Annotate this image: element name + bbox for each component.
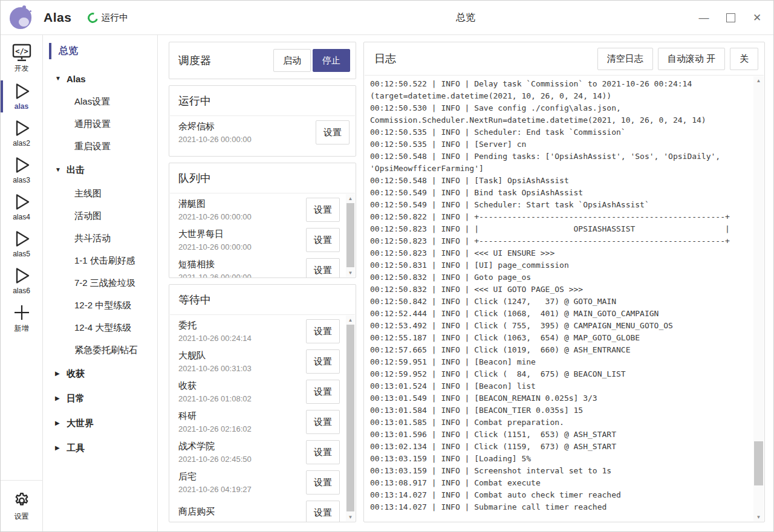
sidebar-instance-item[interactable]: alas4 xyxy=(1,188,42,225)
task-setting-button[interactable]: 设置 xyxy=(306,258,340,277)
sidebar-item-settings[interactable]: 设置 xyxy=(1,487,42,525)
instance-label: 开发 xyxy=(15,63,29,74)
menu-item[interactable]: 通用设置 xyxy=(43,113,157,135)
scroll-up-icon[interactable]: ▲ xyxy=(346,316,355,324)
scroll-down-icon[interactable]: ▼ xyxy=(753,513,764,521)
scroll-down-icon[interactable]: ▼ xyxy=(346,268,355,277)
sidebar-instance-item[interactable]: alas xyxy=(1,77,42,114)
task-name: 收获 xyxy=(178,380,252,392)
scroll-up-icon[interactable]: ▲ xyxy=(346,194,355,203)
task-setting-button[interactable]: 设置 xyxy=(316,120,350,144)
menu-item[interactable]: 12-2 中型练级 xyxy=(43,294,157,317)
task-setting-button[interactable]: 设置 xyxy=(306,470,340,495)
log-line: 00:12:50.522 | INFO | Delay task `Commis… xyxy=(370,78,751,90)
autoscroll-off-button[interactable]: 关 xyxy=(730,48,758,70)
menu-sub-list: 主线图活动图共斗活动1-1 伏击刷好感7-2 三战捡垃圾12-2 中型练级12-… xyxy=(43,183,157,362)
menu-group-header[interactable]: ▼ 出击 xyxy=(43,158,157,183)
task-time: 2021-10-26 01:08:02 xyxy=(178,394,252,403)
instance-list: </> 开发 alas alas2 alas3 alas4 xyxy=(1,39,42,337)
task-time: 2021-10-26 00:24:14 xyxy=(178,334,252,343)
task-time: 2021-10-26 00:00:00 xyxy=(178,273,252,277)
menu-item-overview[interactable]: 总览 xyxy=(43,41,157,61)
log-line: 00:13:02.134 | INFO | Click (1159, 673) … xyxy=(370,441,751,453)
instance-label: alas5 xyxy=(13,250,30,258)
task-row: 潜艇图 2021-10-26 00:00:00 设置 xyxy=(169,195,346,225)
log-line: 00:12:59.951 | INFO | [Beacon] mine xyxy=(370,356,751,368)
log-header: 日志 清空日志 自动滚动 开 关 xyxy=(364,42,764,75)
menu-item[interactable]: 重启设置 xyxy=(43,135,157,158)
sidebar-instance-item[interactable]: 新增 xyxy=(1,299,42,337)
task-setting-button[interactable]: 设置 xyxy=(306,198,340,222)
clear-log-button[interactable]: 清空日志 xyxy=(597,48,653,70)
task-time: 2021-10-26 00:00:00 xyxy=(178,135,252,144)
task-setting-button[interactable]: 设置 xyxy=(306,440,340,464)
autoscroll-on-button[interactable]: 自动滚动 开 xyxy=(658,48,725,70)
task-name: 短猫相接 xyxy=(178,259,252,270)
scheduler-title: 调度器 xyxy=(178,53,211,68)
task-setting-button[interactable]: 设置 xyxy=(306,380,340,404)
task-setting-button[interactable]: 设置 xyxy=(306,319,340,343)
minimize-button[interactable]: — xyxy=(694,8,714,28)
task-setting-button[interactable]: 设置 xyxy=(306,501,340,522)
sidebar-instance-item[interactable]: </> 开发 xyxy=(1,39,42,77)
log-line: 00:13:14.027 | INFO | Submarine call tim… xyxy=(370,501,751,513)
log-line: 00:12:50.535 | INFO | Scheduler: End tas… xyxy=(370,126,751,138)
overview-label: 总览 xyxy=(59,45,78,56)
log-line: 00:13:14.027 | INFO | Combat auto check … xyxy=(370,489,751,501)
queued-scrollbar[interactable]: ▲ ▼ xyxy=(346,194,355,277)
sidebar-instance-item[interactable]: alas3 xyxy=(1,151,42,188)
menu-item[interactable]: 紧急委托刷钻石 xyxy=(43,339,157,362)
menu-item[interactable]: 12-4 大型练级 xyxy=(43,317,157,339)
waiting-scrollbar[interactable]: ▲ ▼ xyxy=(346,316,355,521)
waiting-panel: 等待中 委托 2021-10-26 00:24:14 设置 xyxy=(169,284,356,522)
scroll-thumb[interactable] xyxy=(346,203,354,267)
log-line: 'OpsiMeowfficerFarming'] xyxy=(370,163,751,175)
start-button[interactable]: 启动 xyxy=(273,49,311,72)
menu-group-label: 日常 xyxy=(67,393,85,404)
task-row: 后宅 2021-10-26 04:19:27 设置 xyxy=(169,467,346,498)
running-spinner-icon xyxy=(86,10,100,24)
menu-group-header[interactable]: ▶ 收获 xyxy=(43,362,157,386)
menu-group-header[interactable]: ▼ Alas xyxy=(43,67,157,91)
sidebar-instance-item[interactable]: alas6 xyxy=(1,262,42,299)
task-setting-button[interactable]: 设置 xyxy=(306,410,340,434)
queued-title: 队列中 xyxy=(169,163,356,193)
task-name: 科研 xyxy=(178,410,252,422)
menu-group-label: 大世界 xyxy=(67,418,94,429)
instance-label: alas xyxy=(15,102,28,111)
scroll-up-icon[interactable]: ▲ xyxy=(753,76,764,85)
maximize-button[interactable] xyxy=(720,8,741,28)
close-button[interactable]: ✕ xyxy=(747,8,767,28)
task-name: 潜艇图 xyxy=(178,198,252,210)
log-scrollbar[interactable]: ▲ ▼ xyxy=(753,76,764,521)
task-setting-button[interactable]: 设置 xyxy=(306,228,340,252)
task-setting-button[interactable]: 设置 xyxy=(306,349,340,374)
menu-item[interactable]: 活动图 xyxy=(43,205,157,227)
status-text: 运行中 xyxy=(101,12,128,24)
gear-icon xyxy=(13,491,31,510)
play-icon xyxy=(13,82,31,101)
task-row: 商店购买 设置 xyxy=(169,498,346,522)
scroll-thumb[interactable] xyxy=(346,325,354,511)
menu-item[interactable]: 7-2 三战捡垃圾 xyxy=(43,272,157,294)
task-name: 商店购买 xyxy=(178,506,215,517)
menu-item[interactable]: Alas设置 xyxy=(43,91,157,113)
running-title: 运行中 xyxy=(169,86,356,115)
menu-group-header[interactable]: ▶ 工具 xyxy=(43,436,157,461)
running-task-list: 余烬信标 2021-10-26 00:00:00 设置 xyxy=(169,117,356,156)
scroll-thumb[interactable] xyxy=(754,441,763,486)
task-row: 科研 2021-10-26 02:16:02 设置 xyxy=(169,407,346,437)
settings-label: 设置 xyxy=(15,511,29,522)
instance-sidebar: </> 开发 alas alas2 alas3 alas4 xyxy=(1,35,43,531)
menu-item[interactable]: 主线图 xyxy=(43,183,157,205)
menu-group-header[interactable]: ▶ 大世界 xyxy=(43,411,157,436)
menu-group-header[interactable]: ▶ 日常 xyxy=(43,386,157,411)
scroll-down-icon[interactable]: ▼ xyxy=(346,513,355,521)
task-row: 大世界每日 2021-10-26 00:00:00 设置 xyxy=(169,225,346,255)
log-line: 00:12:50.548 | INFO | Pending tasks: ['O… xyxy=(370,151,751,163)
sidebar-instance-item[interactable]: alas2 xyxy=(1,114,42,151)
menu-item[interactable]: 1-1 伏击刷好感 xyxy=(43,250,157,272)
stop-button[interactable]: 停止 xyxy=(313,49,350,72)
sidebar-instance-item[interactable]: alas5 xyxy=(1,225,42,262)
menu-item[interactable]: 共斗活动 xyxy=(43,227,157,250)
